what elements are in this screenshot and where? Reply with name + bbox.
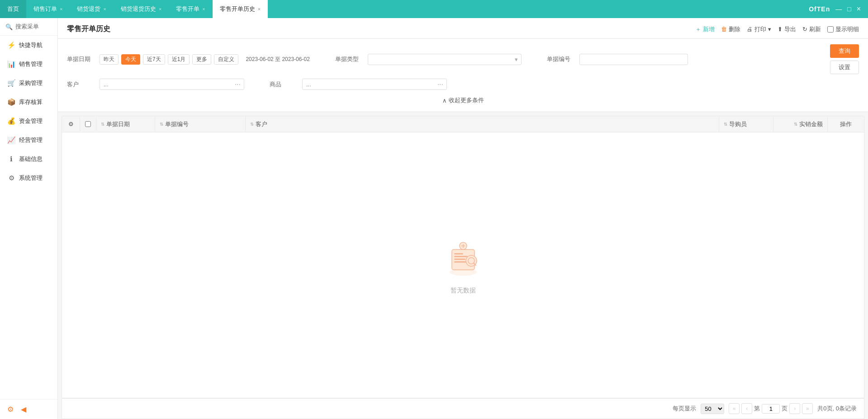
page-title: 零售开单历史 <box>67 24 110 34</box>
tab-return-history-label: 销货退货历史 <box>121 5 156 13</box>
collapse-button[interactable]: ∧ 收起更多条件 <box>67 94 859 106</box>
sidebar-item-operations-label: 经营管理 <box>19 136 43 144</box>
goods-input[interactable] <box>302 79 447 90</box>
tab-retail-order-label: 零售开单 <box>176 5 199 13</box>
collapse-icon: ∧ <box>442 97 447 104</box>
date-btn-7days[interactable]: 近7天 <box>143 54 165 65</box>
th-checkbox[interactable] <box>80 118 96 131</box>
main-layout: 🔍 搜索采单 ⚡ 快捷导航 📊 销售管理 🛒 采购管理 📦 库存核算 💰 <box>0 18 868 419</box>
th-guide[interactable]: ⇅ 导购员 <box>719 117 773 132</box>
tab-retail-history[interactable]: 零售开单历史 × <box>213 0 268 18</box>
date-btn-today[interactable]: 今天 <box>121 54 140 65</box>
th-settings[interactable]: ⚙ <box>62 117 80 131</box>
show-detail-toggle[interactable]: 显示明细 <box>827 25 859 33</box>
order-no-input[interactable] <box>579 54 688 65</box>
brand-logo: OfTEn <box>809 5 830 13</box>
tab-home[interactable]: 首页 <box>0 0 26 18</box>
tab-return[interactable]: 销货退货 × <box>70 0 113 18</box>
export-label: 导出 <box>784 25 796 33</box>
date-btn-yesterday[interactable]: 昨天 <box>100 54 119 65</box>
th-customer-label: 客户 <box>256 120 267 128</box>
date-btn-1month[interactable]: 近1月 <box>168 54 190 65</box>
customer-input-dots[interactable]: ··· <box>235 80 241 89</box>
sidebar-item-finance[interactable]: 💰 资金管理 <box>0 112 57 131</box>
sidebar-item-quick-nav-label: 快捷导航 <box>19 41 43 49</box>
tab-return-history[interactable]: 销货退货历史 × <box>114 0 169 18</box>
window-max-btn[interactable]: □ <box>847 5 851 13</box>
sidebar-item-quick-nav[interactable]: ⚡ 快捷导航 <box>0 36 57 55</box>
current-page-input[interactable] <box>762 404 780 414</box>
settings-icon[interactable]: ⚙ <box>7 405 14 414</box>
prev-page-btn[interactable]: ‹ <box>741 403 752 414</box>
filter-row-2: 客户 ··· 商品 ··· <box>67 79 859 90</box>
sidebar-item-inventory[interactable]: 📦 库存核算 <box>0 93 57 112</box>
empty-text: 暂无数据 <box>451 287 476 295</box>
last-page-btn[interactable]: » <box>802 403 813 414</box>
tab-retail-history-close[interactable]: × <box>258 6 261 12</box>
type-filter-label: 单据类型 <box>335 55 360 63</box>
show-detail-label: 显示明细 <box>835 25 859 33</box>
sales-icon: 📊 <box>7 60 15 68</box>
refresh-icon: ↻ <box>802 26 807 33</box>
sidebar-search[interactable]: 🔍 搜索采单 <box>0 18 57 36</box>
print-arrow-icon: ▾ <box>768 26 771 33</box>
customer-input[interactable] <box>100 79 244 90</box>
th-guide-label: 导购员 <box>729 120 747 128</box>
filter-row-1: 单据日期 昨天 今天 近7天 近1月 更多 自定义 2023-06-02 至 2… <box>67 44 859 74</box>
tab-return-close[interactable]: × <box>103 6 106 12</box>
date-range-display: 2023-06-02 至 2023-06-02 <box>246 56 309 63</box>
sidebar-item-sales[interactable]: 📊 销售管理 <box>0 55 57 74</box>
per-page-label: 每页显示 <box>673 405 696 413</box>
print-button[interactable]: 🖨 打印 ▾ <box>747 25 771 33</box>
sort-guide-icon: ⇅ <box>724 122 727 127</box>
empty-illustration <box>441 236 486 281</box>
refresh-button[interactable]: ↻ 刷新 <box>802 25 821 33</box>
show-detail-checkbox[interactable] <box>827 26 834 33</box>
query-button[interactable]: 查询 <box>830 44 859 58</box>
date-btn-more[interactable]: 更多 <box>192 54 211 65</box>
per-page-select[interactable]: 10 20 50 100 <box>701 404 724 414</box>
page-header: 零售开单历史 ＋ 新增 🗑 删除 🖨 打印 ▾ ⬆ 导出 <box>58 18 868 39</box>
goods-input-dots[interactable]: ··· <box>437 80 443 89</box>
select-all-checkbox[interactable] <box>85 121 91 127</box>
collapse-sidebar-icon[interactable]: ◀ <box>21 405 26 414</box>
svg-rect-2 <box>454 253 463 254</box>
search-icon: 🔍 <box>5 24 13 30</box>
sidebar-item-system[interactable]: ⚙ 系统管理 <box>0 169 57 188</box>
sidebar-item-purchase[interactable]: 🛒 采购管理 <box>0 74 57 93</box>
page-nav: « ‹ 第 页 › » <box>729 403 813 414</box>
th-date[interactable]: ⇅ 单据日期 <box>96 117 155 132</box>
add-button[interactable]: ＋ 新增 <box>695 25 715 33</box>
window-close-btn[interactable]: × <box>857 5 861 13</box>
sidebar-item-basic-info[interactable]: ℹ 基础信息 <box>0 150 57 169</box>
sidebar-item-purchase-label: 采购管理 <box>19 79 43 87</box>
th-operation-label: 操作 <box>840 120 852 128</box>
tab-retail-order[interactable]: 零售开单 × <box>169 0 212 18</box>
date-btn-custom[interactable]: 自定义 <box>214 54 238 65</box>
th-order-no[interactable]: ⇅ 单据编号 <box>155 117 246 132</box>
filter-section: 单据日期 昨天 今天 近7天 近1月 更多 自定义 2023-06-02 至 2… <box>58 39 868 112</box>
th-customer[interactable]: ⇅ 客户 <box>246 117 719 132</box>
th-amount[interactable]: ⇅ 实销金额 <box>773 117 828 132</box>
delete-button[interactable]: 🗑 删除 <box>721 25 740 33</box>
sidebar: 🔍 搜索采单 ⚡ 快捷导航 📊 销售管理 🛒 采购管理 📦 库存核算 💰 <box>0 18 58 419</box>
delete-label: 删除 <box>729 25 740 33</box>
type-select-wrap: ▾ <box>368 54 522 65</box>
export-button[interactable]: ⬆ 导出 <box>778 25 796 33</box>
tab-sales-order-close[interactable]: × <box>60 6 62 12</box>
refresh-label: 刷新 <box>809 25 821 33</box>
purchase-icon: 🛒 <box>7 79 15 87</box>
type-select[interactable] <box>368 54 522 65</box>
first-page-btn[interactable]: « <box>729 403 740 414</box>
page-prefix: 第 <box>754 405 760 413</box>
setting-button[interactable]: 设置 <box>830 61 859 74</box>
tab-return-history-close[interactable]: × <box>159 6 161 12</box>
sort-date-icon: ⇅ <box>101 122 104 127</box>
tab-retail-order-close[interactable]: × <box>202 6 205 12</box>
system-icon: ⚙ <box>7 174 15 182</box>
window-min-btn[interactable]: — <box>835 5 842 13</box>
next-page-btn[interactable]: › <box>789 403 800 414</box>
sidebar-item-operations[interactable]: 📈 经营管理 <box>0 131 57 150</box>
tab-sales-order[interactable]: 销售订单 × <box>26 0 70 18</box>
tab-home-label: 首页 <box>7 5 19 13</box>
